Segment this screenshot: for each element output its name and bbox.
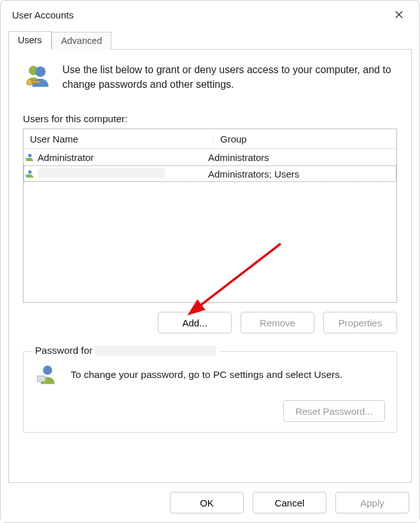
- svg-rect-10: [38, 376, 46, 382]
- remove-button[interactable]: Remove: [241, 312, 314, 333]
- properties-button[interactable]: Properties: [323, 312, 397, 333]
- intro-text: Use the list below to grant or deny user…: [62, 62, 397, 92]
- user-accounts-window: User Accounts Users Advanced: [0, 0, 420, 523]
- users-list-label: Users for this computer:: [23, 113, 397, 125]
- svg-point-6: [28, 171, 31, 174]
- row-group: Administrators: [202, 152, 396, 163]
- cancel-button[interactable]: Cancel: [253, 492, 326, 513]
- list-header: User Name Group: [24, 129, 396, 149]
- column-header-username[interactable]: User Name: [24, 134, 214, 144]
- svg-point-4: [28, 154, 31, 157]
- close-button[interactable]: [386, 5, 412, 24]
- users-keys-icon: [23, 62, 51, 90]
- window-title: User Accounts: [12, 10, 74, 20]
- tab-strip: Users Advanced: [8, 30, 412, 49]
- password-legend-prefix: Password for: [35, 345, 92, 356]
- user-row-icon: [24, 153, 36, 162]
- password-text: To change your password, go to PC settin…: [71, 369, 342, 380]
- add-button[interactable]: Add...: [158, 312, 232, 333]
- row-group: Administrators; Users: [202, 169, 396, 179]
- title-bar: User Accounts: [1, 1, 419, 29]
- tab-panel-users: Use the list below to grant or deny user…: [8, 49, 412, 483]
- row-username: Administrator: [36, 152, 202, 163]
- user-row-icon: [24, 169, 36, 178]
- svg-rect-3: [32, 81, 40, 83]
- row-username: [36, 168, 202, 180]
- list-buttons: Add... Remove Properties: [23, 312, 397, 333]
- svg-point-9: [43, 366, 52, 375]
- password-section: Password for To change your password, go…: [23, 351, 397, 433]
- svg-rect-7: [25, 174, 29, 177]
- users-list[interactable]: User Name Group AdministratorAdministrat…: [23, 129, 397, 303]
- close-icon: [395, 10, 403, 19]
- svg-rect-5: [25, 158, 29, 160]
- tab-users[interactable]: Users: [8, 31, 52, 50]
- ok-button[interactable]: OK: [170, 492, 244, 513]
- password-legend: Password for: [31, 345, 220, 356]
- table-row[interactable]: AdministratorAdministrators: [24, 149, 396, 165]
- apply-button[interactable]: Apply: [335, 492, 409, 513]
- redacted-username: [95, 345, 216, 356]
- reset-password-button[interactable]: Reset Password...: [283, 400, 385, 422]
- password-user-icon: [35, 363, 58, 386]
- dialog-footer: OK Cancel Apply: [1, 483, 419, 522]
- tab-advanced[interactable]: Advanced: [52, 32, 112, 50]
- svg-point-1: [35, 66, 46, 77]
- column-header-group[interactable]: Group: [214, 134, 396, 144]
- table-row[interactable]: Administrators; Users: [24, 165, 396, 182]
